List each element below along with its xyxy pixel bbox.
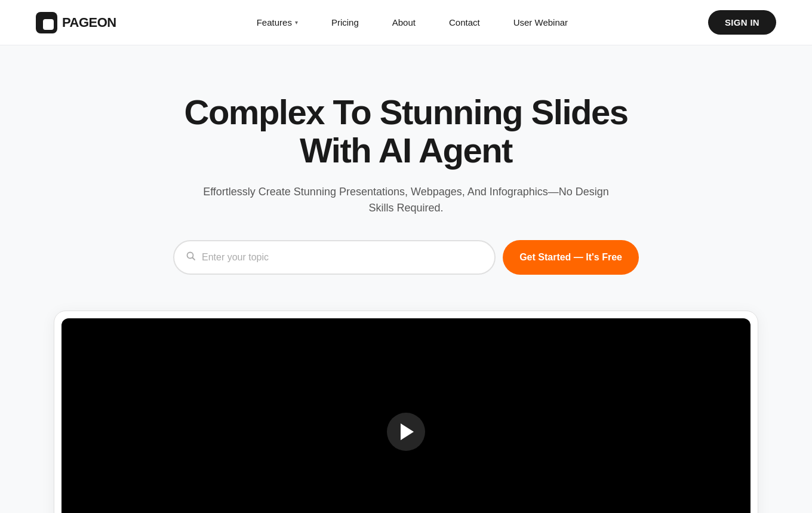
search-icon xyxy=(186,251,196,263)
navbar-nav: Features ▾ Pricing About Contact User We… xyxy=(240,0,585,45)
svg-line-1 xyxy=(193,257,195,260)
hero-title: Complex To Stunning Slides With AI Agent xyxy=(149,93,663,170)
pricing-label: Pricing xyxy=(331,17,359,27)
play-icon xyxy=(401,423,414,440)
logo-icon xyxy=(36,12,57,33)
preview-video[interactable] xyxy=(61,318,751,513)
search-container xyxy=(173,240,496,275)
nav-item-about[interactable]: About xyxy=(376,0,432,45)
search-input[interactable] xyxy=(202,252,482,263)
nav-item-contact[interactable]: Contact xyxy=(432,0,497,45)
navbar: PAGEON Features ▾ Pricing About Contact … xyxy=(0,0,812,45)
hero-subtitle: Effortlessly Create Stunning Presentatio… xyxy=(203,184,609,216)
logo-link[interactable]: PAGEON xyxy=(36,12,116,33)
features-label: Features xyxy=(257,17,292,27)
logo-icon-inner xyxy=(43,19,54,30)
nav-item-features[interactable]: Features ▾ xyxy=(240,0,315,45)
contact-label: Contact xyxy=(449,17,480,27)
user-webinar-label: User Webinar xyxy=(513,17,568,27)
search-row: Get Started — It's Free xyxy=(173,240,639,275)
nav-item-user-webinar[interactable]: User Webinar xyxy=(497,0,585,45)
chevron-down-icon: ▾ xyxy=(295,19,298,26)
sign-in-button[interactable]: SIGN IN xyxy=(708,10,776,35)
hero-section: Complex To Stunning Slides With AI Agent… xyxy=(0,45,812,513)
nav-item-pricing[interactable]: Pricing xyxy=(315,0,376,45)
cta-button[interactable]: Get Started — It's Free xyxy=(503,240,639,275)
play-button[interactable] xyxy=(387,413,425,451)
about-label: About xyxy=(392,17,416,27)
navbar-actions: SIGN IN xyxy=(708,10,776,35)
preview-section xyxy=(54,311,758,513)
logo-text: PAGEON xyxy=(62,15,116,30)
